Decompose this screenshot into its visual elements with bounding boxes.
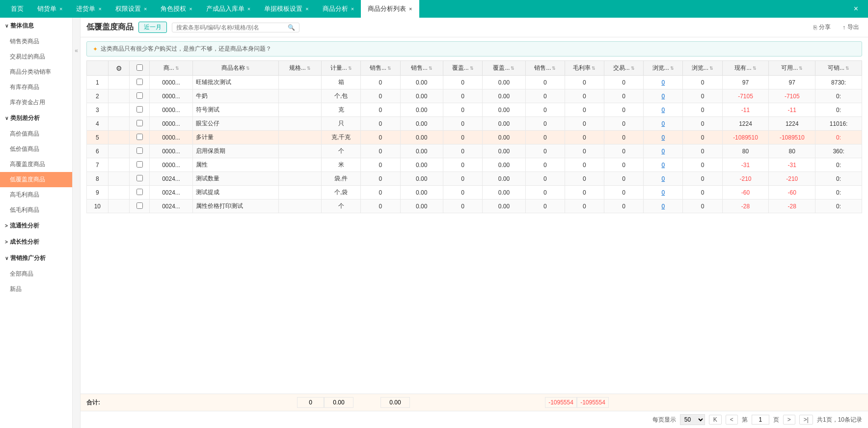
row-view1[interactable]: 0	[644, 186, 683, 200]
row-checkbox-cell[interactable]	[130, 186, 150, 200]
spec-col-header[interactable]: 规格...⇅	[278, 61, 321, 76]
stock-sale-col-header[interactable]: 可销...⇅	[815, 61, 862, 76]
code-col-header[interactable]: 商...⇅	[150, 61, 192, 76]
share-button[interactable]: ⎘ 分享	[811, 22, 834, 32]
sidebar-item-category-rate[interactable]: 商品分类动销率	[0, 64, 72, 80]
row-view1[interactable]: 0	[644, 200, 683, 213]
sidebar-group-header-overall[interactable]: ∨ 整体信息	[0, 18, 72, 34]
close-icon[interactable]: ×	[98, 6, 101, 12]
row-view1[interactable]: 0	[644, 131, 683, 144]
row-view1[interactable]: 0	[644, 89, 683, 103]
search-icon[interactable]: 🔍	[288, 24, 295, 31]
sidebar-item-new-goods[interactable]: 新品	[0, 282, 72, 297]
cover2-col-header[interactable]: 覆盖...⇅	[483, 61, 525, 76]
row-checkbox[interactable]	[136, 175, 143, 181]
sidebar-item-low-coverage[interactable]: 低覆盖度商品	[0, 172, 72, 187]
close-icon[interactable]: ×	[144, 6, 147, 12]
nav-template-settings[interactable]: 单据模板设置 ×	[257, 0, 315, 18]
sidebar-group-header-category[interactable]: ∨ 类别差分析	[0, 110, 72, 126]
row-settings[interactable]	[108, 158, 130, 172]
export-button[interactable]: ↑ 导出	[840, 22, 862, 32]
sidebar-group-header-marketing[interactable]: ∨ 营销推广分析	[0, 250, 72, 266]
row-settings[interactable]	[108, 131, 130, 144]
row-settings[interactable]	[108, 144, 130, 158]
row-checkbox[interactable]	[136, 147, 143, 154]
row-checkbox-cell[interactable]	[130, 117, 150, 131]
margin-col-header[interactable]: 毛利率⇅	[565, 61, 604, 76]
row-view1[interactable]: 0	[644, 117, 683, 131]
page-number-input[interactable]: 1	[752, 415, 769, 425]
per-page-select[interactable]: 50 100 200	[680, 414, 705, 425]
row-checkbox-cell[interactable]	[130, 144, 150, 158]
row-checkbox-cell[interactable]	[130, 158, 150, 172]
sidebar-group-header-liquidity[interactable]: > 流通性分析	[0, 218, 72, 234]
row-checkbox-cell[interactable]	[130, 131, 150, 144]
sidebar-collapse-button[interactable]: «	[73, 18, 81, 428]
row-view1[interactable]: 0	[644, 144, 683, 158]
sidebar-item-low-margin[interactable]: 低毛利商品	[0, 202, 72, 218]
sales-amt-col-header[interactable]: 销售...⇅	[400, 61, 443, 76]
nav-product-analysis-list[interactable]: 商品分析列表 ×	[361, 0, 419, 18]
close-icon[interactable]: ×	[351, 6, 354, 12]
row-checkbox[interactable]	[136, 134, 143, 140]
sales3-col-header[interactable]: 销售...⇅	[525, 61, 565, 76]
close-icon[interactable]: ×	[409, 6, 412, 12]
row-checkbox-cell[interactable]	[130, 89, 150, 103]
sidebar-item-traded-goods[interactable]: 交易过的商品	[0, 49, 72, 64]
row-checkbox[interactable]	[136, 189, 143, 195]
nav-product-analysis[interactable]: 商品分析 ×	[316, 0, 361, 18]
close-icon[interactable]: ×	[189, 6, 192, 12]
close-icon[interactable]: ×	[305, 6, 308, 12]
trade-col-header[interactable]: 交易...⇅	[604, 61, 644, 76]
row-settings[interactable]	[108, 117, 130, 131]
row-view1[interactable]: 0	[644, 103, 683, 117]
row-checkbox[interactable]	[136, 120, 143, 126]
close-icon[interactable]: ×	[59, 6, 62, 12]
nav-home[interactable]: 首页	[4, 0, 30, 18]
view1-col-header[interactable]: 浏览...⇅	[644, 61, 683, 76]
row-checkbox[interactable]	[136, 202, 143, 209]
date-filter-button[interactable]: 近一月	[138, 22, 167, 33]
nav-role[interactable]: 角色授权 ×	[154, 0, 199, 18]
stock-avail-col-header[interactable]: 可用...⇅	[769, 61, 815, 76]
nav-sales-order[interactable]: 销货单 ×	[30, 0, 69, 18]
sales-qty-col-header[interactable]: 销售...⇅	[361, 61, 400, 76]
unit-col-header[interactable]: 计量...⇅	[322, 61, 361, 76]
row-view1[interactable]: 0	[644, 76, 683, 89]
sidebar-item-in-stock[interactable]: 有库存商品	[0, 80, 72, 95]
sidebar-item-high-margin[interactable]: 高毛利商品	[0, 187, 72, 202]
last-page-button[interactable]: >|	[799, 415, 813, 425]
cover1-col-header[interactable]: 覆盖...⇅	[443, 61, 483, 76]
row-checkbox[interactable]	[136, 79, 143, 85]
row-settings[interactable]	[108, 76, 130, 89]
sidebar-item-stock-capital[interactable]: 库存资金占用	[0, 95, 72, 110]
stock-cur-col-header[interactable]: 现有...⇅	[722, 61, 769, 76]
nav-finished-goods[interactable]: 产成品入库单 ×	[199, 0, 257, 18]
gear-icon[interactable]: ⚙	[116, 64, 122, 72]
row-settings[interactable]	[108, 103, 130, 117]
nav-permission[interactable]: 权限设置 ×	[108, 0, 154, 18]
window-close-button[interactable]: ×	[848, 4, 864, 13]
search-input[interactable]	[176, 24, 286, 31]
sidebar-item-sales-goods[interactable]: 销售类商品	[0, 34, 72, 49]
view2-col-header[interactable]: 浏览...⇅	[683, 61, 722, 76]
row-checkbox-cell[interactable]	[130, 76, 150, 89]
prev-page-button[interactable]: <	[726, 415, 738, 425]
sidebar-item-low-value[interactable]: 低价值商品	[0, 142, 72, 157]
first-page-button[interactable]: K	[709, 415, 722, 425]
settings-col-header[interactable]: ⚙	[108, 61, 130, 76]
row-settings[interactable]	[108, 89, 130, 103]
nav-purchase-order[interactable]: 进货单 ×	[69, 0, 108, 18]
row-checkbox-cell[interactable]	[130, 172, 150, 186]
row-view1[interactable]: 0	[644, 172, 683, 186]
close-icon[interactable]: ×	[247, 6, 250, 12]
next-page-button[interactable]: >	[783, 415, 795, 425]
row-settings[interactable]	[108, 186, 130, 200]
row-checkbox[interactable]	[136, 161, 143, 168]
sidebar-item-all-goods[interactable]: 全部商品	[0, 266, 72, 282]
row-checkbox-cell[interactable]	[130, 103, 150, 117]
row-view1[interactable]: 0	[644, 158, 683, 172]
row-checkbox[interactable]	[136, 106, 143, 113]
sidebar-item-high-value[interactable]: 高价值商品	[0, 126, 72, 142]
row-checkbox[interactable]	[136, 92, 143, 99]
